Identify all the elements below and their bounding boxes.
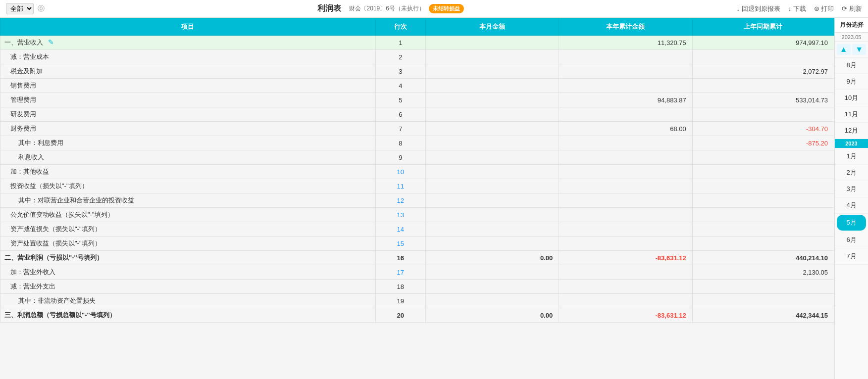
- row-lastyear-amount: [692, 179, 834, 193]
- row-num: 16: [375, 251, 425, 265]
- row-num: 9: [375, 150, 425, 165]
- row-year-amount: [559, 193, 692, 208]
- row-item-name: 财务费用: [0, 122, 376, 136]
- row-lastyear-amount: [692, 280, 834, 294]
- row-num: 19: [375, 294, 425, 308]
- table-row: 资产处置收益（损失以"-"填列） 15: [0, 237, 834, 251]
- sidebar-month-item[interactable]: 1月: [835, 148, 868, 165]
- sidebar-month-item[interactable]: 9月: [835, 74, 868, 90]
- row-lastyear-amount: 533,014.73: [692, 93, 834, 107]
- row-lastyear-amount: -304.70: [692, 122, 834, 136]
- row-year-amount: -83,631.12: [559, 308, 692, 323]
- sidebar-year-label: 2023: [835, 139, 868, 148]
- row-num: 3: [375, 64, 425, 79]
- row-item-name: 其中：利息费用: [0, 136, 376, 150]
- sidebar-month-item[interactable]: 12月: [835, 123, 868, 139]
- row-item-name: 三、利润总额（亏损总额以"-"号填列）: [0, 308, 376, 323]
- row-item-name: 公允价值变动收益（损失以"-"填列）: [0, 208, 376, 222]
- row-month-amount: [425, 122, 559, 136]
- row-month-amount: [425, 50, 559, 64]
- row-year-amount: [559, 64, 692, 79]
- row-num: 10: [375, 165, 425, 179]
- sidebar-month-item[interactable]: 10月: [835, 90, 868, 106]
- row-month-amount: [425, 93, 559, 107]
- table-row: 管理费用 5 94,883.87 533,014.73: [0, 93, 834, 107]
- doc-info: 财会〔2019〕6号（未执行）: [349, 4, 425, 13]
- main-container: 项目 行次 本月金额 本年累计金额 上年同期累计 一、营业收入 ✎ 1 11,3…: [0, 18, 868, 379]
- row-item-name: 其中：对联营企业和合营企业的投资收益: [0, 193, 376, 208]
- row-item-name: 税金及附加: [0, 64, 376, 79]
- nav-arrows: ▲ ▼: [835, 42, 868, 57]
- row-num: 20: [375, 308, 425, 323]
- table-row: 加：营业外收入 17 2,130.05: [0, 265, 834, 280]
- table-row: 一、营业收入 ✎ 1 11,320.75 974,997.10: [0, 36, 834, 50]
- row-month-amount: [425, 237, 559, 251]
- sidebar-month-item[interactable]: 7月: [835, 248, 868, 265]
- download-btn[interactable]: ↓ 下载: [788, 4, 806, 13]
- row-month-amount: [425, 208, 559, 222]
- row-item-name: 加：其他收益: [0, 165, 376, 179]
- refresh-btn[interactable]: ⟳ 刷新: [842, 4, 862, 13]
- sidebar-month-item[interactable]: 2月: [835, 165, 868, 181]
- table-row: 利息收入 9: [0, 150, 834, 165]
- table-row: 三、利润总额（亏损总额以"-"号填列） 20 0.00 -83,631.12 4…: [0, 308, 834, 323]
- row-month-amount: [425, 64, 559, 79]
- sidebar-month-item[interactable]: 11月: [835, 106, 868, 123]
- row-lastyear-amount: [692, 50, 834, 64]
- row-lastyear-amount: [692, 208, 834, 222]
- sidebar-month-item[interactable]: 8月: [835, 57, 868, 74]
- row-num: 1: [375, 36, 425, 50]
- table-row: 其中：对联营企业和合营企业的投资收益 12: [0, 193, 834, 208]
- help-icon[interactable]: ⓪: [38, 4, 45, 13]
- row-num: 18: [375, 280, 425, 294]
- row-item-name: 加：营业外收入: [0, 265, 376, 280]
- row-month-amount: [425, 222, 559, 237]
- sidebar-year: 2023.05: [835, 33, 868, 42]
- row-month-amount: [425, 179, 559, 193]
- sidebar-month-item[interactable]: 3月: [835, 181, 868, 197]
- row-lastyear-amount: [692, 79, 834, 93]
- row-item-name: 管理费用: [0, 93, 376, 107]
- table-row: 二、营业利润（亏损以"-"号填列） 16 0.00 -83,631.12 440…: [0, 251, 834, 265]
- sidebar-month-item[interactable]: 6月: [835, 232, 868, 248]
- row-lastyear-amount: [692, 107, 834, 122]
- row-month-amount: [425, 79, 559, 93]
- back-btn[interactable]: ↓ 回退到原报表: [737, 4, 780, 13]
- next-arrow[interactable]: ▼: [852, 44, 866, 55]
- print-btn[interactable]: ⊜ 打印: [814, 4, 834, 13]
- table-row: 研发费用 6: [0, 107, 834, 122]
- prev-arrow[interactable]: ▲: [837, 44, 851, 55]
- month-sidebar: 月份选择 2023.05 ▲ ▼ 8月9月10月11月12月20231月2月3月…: [834, 18, 868, 379]
- row-month-amount: [425, 36, 559, 50]
- row-month-amount: [425, 150, 559, 165]
- row-num: 8: [375, 136, 425, 150]
- row-month-amount: 0.00: [425, 308, 559, 323]
- row-month-amount: [425, 193, 559, 208]
- row-lastyear-amount: [692, 165, 834, 179]
- row-lastyear-amount: 2,130.05: [692, 265, 834, 280]
- page-title: 利润表: [317, 3, 341, 14]
- row-lastyear-amount: -875.20: [692, 136, 834, 150]
- row-item-name: 销售费用: [0, 79, 376, 93]
- row-num: 13: [375, 208, 425, 222]
- table-area: 项目 行次 本月金额 本年累计金额 上年同期累计 一、营业收入 ✎ 1 11,3…: [0, 18, 834, 379]
- row-item-name: 资产减值损失（损失以"-"填列）: [0, 222, 376, 237]
- sidebar-month-item[interactable]: 5月: [837, 215, 866, 231]
- sidebar-title: 月份选择: [835, 18, 868, 33]
- row-item-name: 减：营业成本: [0, 50, 376, 64]
- top-left: 全部 ⓪: [6, 3, 45, 14]
- income-statement-table: 项目 行次 本月金额 本年累计金额 上年同期累计 一、营业收入 ✎ 1 11,3…: [0, 18, 834, 323]
- row-year-amount: [559, 265, 692, 280]
- row-month-amount: [425, 280, 559, 294]
- row-num: 5: [375, 93, 425, 107]
- row-year-amount: [559, 107, 692, 122]
- status-badge[interactable]: 未结转损益: [429, 4, 464, 13]
- row-year-amount: [559, 79, 692, 93]
- row-num: 12: [375, 193, 425, 208]
- scope-dropdown[interactable]: 全部: [6, 3, 34, 14]
- row-num: 11: [375, 179, 425, 193]
- row-month-amount: [425, 165, 559, 179]
- sidebar-month-item[interactable]: 4月: [835, 197, 868, 214]
- edit-icon[interactable]: ✎: [48, 38, 54, 46]
- row-item-name: 投资收益（损失以"-"填列）: [0, 179, 376, 193]
